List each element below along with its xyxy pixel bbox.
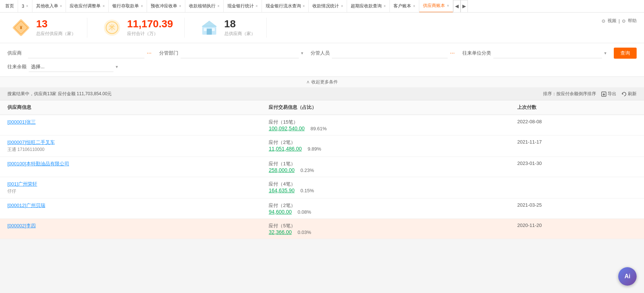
supplier-label: 供应商 — [7, 50, 26, 56]
nav-tab-3[interactable]: 3 × — [18, 0, 32, 13]
nav-tab-cash-bank-stats[interactable]: 现金银行统计 × — [224, 0, 262, 13]
supplier-input[interactable] — [28, 48, 144, 58]
supplier-link[interactable]: [000100]本特勤油品有限公司 — [7, 161, 69, 166]
search-button[interactable]: 查询 — [614, 48, 637, 59]
category-dropdown-icon[interactable]: ▾ — [604, 51, 606, 56]
last-pay-date: 2021-11-17 — [510, 135, 644, 157]
filter-row-2: 往来余额 选择... ▾ — [7, 62, 637, 72]
payable-count: （4笔） — [278, 181, 295, 187]
close-icon[interactable]: × — [341, 4, 343, 8]
payable-count: （2笔） — [278, 203, 295, 208]
dept-dropdown-icon[interactable]: ▾ — [301, 51, 303, 56]
nav-tab-prepayment[interactable]: 预收冲应收单 × — [147, 0, 185, 13]
result-summary: 搜索结果中，供应商13家 应付金额 111,703,854.00元 — [7, 91, 112, 97]
close-icon[interactable]: × — [141, 4, 143, 8]
payable-count: （5笔） — [278, 223, 295, 228]
close-icon[interactable]: × — [303, 4, 305, 8]
payable-percent: 89.61% — [311, 126, 327, 131]
payable-amount-label: 应付合计（万） — [127, 31, 173, 37]
payable-label: 应付 — [269, 223, 278, 228]
total-suppliers-count: 18 — [224, 18, 255, 30]
nav-tab-cash-bank-flow[interactable]: 现金银行流水查询 × — [262, 0, 309, 13]
payable-cell: 应付（4笔）164,635.900.15% — [261, 177, 510, 199]
payable-cell: 应付（1笔）258,000.000.23% — [261, 157, 510, 177]
supplier-link[interactable]: [000012]广州贝瑞 — [7, 203, 45, 208]
supplier-link[interactable]: [000002]李四 — [7, 223, 36, 228]
payable-cell: 应付（2笔）94,600.000.08% — [261, 199, 510, 219]
payable-percent: 0.08% — [298, 209, 311, 215]
payable-count: （1笔） — [278, 161, 295, 166]
payable-amount[interactable]: 258,000.00 — [269, 167, 294, 173]
nav-tab-collection[interactable]: 收款核销执行 × — [185, 0, 224, 13]
dept-input[interactable] — [181, 48, 299, 58]
supplier-dots-icon[interactable]: ··· — [147, 50, 151, 56]
supplier-cell: [000001]张三 — [0, 115, 261, 135]
payable-label: 应付 — [269, 203, 278, 208]
nav-next-button[interactable]: ▶ — [461, 0, 468, 13]
nav-tab-supplier-account[interactable]: 供应商账本 × — [419, 0, 453, 13]
filter-dept: 分管部门 ▾ — [159, 48, 304, 58]
last-pay-date: 2022-08-08 — [510, 115, 644, 135]
payable-label: 应付 — [269, 181, 278, 187]
table-row: [000002]李四应付（5笔）32,366.000.03%2020-11-20 — [0, 219, 644, 239]
table-row: [000012]广州贝瑞应付（2笔）94,600.000.08%2021-03-… — [0, 199, 644, 219]
sort-label[interactable]: 排序：按应付余额倒序排序 — [543, 91, 596, 97]
supplier-sub: 王通 17106110000 — [7, 146, 254, 153]
refresh-button[interactable]: 刷新 — [622, 91, 637, 97]
close-icon[interactable]: × — [384, 4, 386, 8]
nav-tab-overdue-query[interactable]: 超期应收款查询 × — [347, 0, 390, 13]
supplier-link[interactable]: [001]广州荣轩 — [7, 181, 37, 187]
close-icon[interactable]: × — [447, 4, 449, 8]
close-icon[interactable]: × — [26, 4, 28, 8]
nav-tab-collection-stats[interactable]: 收款情况统计 × — [309, 0, 347, 13]
close-icon[interactable]: × — [413, 4, 415, 8]
help-link[interactable]: 帮助 — [628, 18, 637, 24]
category-input[interactable] — [493, 48, 602, 58]
last-pay-date: 2021-03-25 — [510, 199, 644, 219]
close-icon[interactable]: × — [217, 4, 220, 8]
person-dots-icon[interactable]: ··· — [450, 50, 455, 56]
table-row: [000100]本特勤油品有限公司应付（1笔）258,000.000.23%20… — [0, 157, 644, 177]
payable-percent: 9.89% — [308, 146, 321, 152]
table-row: [000007]恒旺二手叉车王通 17106110000应付（2笔）11,051… — [0, 135, 644, 157]
supplier-cell: [000002]李四 — [0, 219, 261, 239]
nav-tab-bank-deposit[interactable]: 银行存取款单 × — [109, 0, 147, 13]
nav-tab-ar-adjustment[interactable]: 应收应付调整单 × — [66, 0, 109, 13]
close-icon[interactable]: × — [60, 4, 62, 8]
payable-amount[interactable]: 94,600.00 — [269, 209, 291, 215]
supplier-link[interactable]: [000001]张三 — [7, 119, 36, 125]
payable-suppliers-count: 13 — [36, 18, 76, 30]
balance-label: 往来余额 — [7, 63, 27, 70]
result-bar: 搜索结果中，供应商13家 应付金额 111,703,854.00元 排序：按应付… — [0, 88, 644, 100]
close-icon[interactable]: × — [102, 4, 105, 8]
payable-amount[interactable]: 100,092,540.00 — [269, 125, 304, 131]
close-icon[interactable]: × — [179, 4, 181, 8]
filter-row-1: 供应商 ··· 分管部门 ▾ 分管人员 ··· 往来单位分类 ▾ 查询 — [7, 48, 637, 59]
payable-cell: 应付（5笔）32,366.000.03% — [261, 219, 510, 239]
balance-select[interactable]: 选择... — [29, 62, 113, 72]
nav-tab-other-income[interactable]: 其他收入单 × — [32, 0, 66, 13]
person-input[interactable] — [332, 48, 448, 58]
payable-amount[interactable]: 11,051,486.00 — [269, 146, 302, 152]
table-container: 供应商信息 应付交易信息（占比） 上次付数 [000001]张三应付（15笔）1… — [0, 100, 644, 239]
export-button[interactable]: 导出 — [601, 91, 616, 97]
collapse-bar[interactable]: ∧ 收起更多条件 — [0, 77, 644, 88]
payable-amount[interactable]: 32,366.00 — [269, 229, 291, 235]
payable-label: 应付 — [269, 119, 278, 125]
supplier-cell: [000100]本特勤油品有限公司 — [0, 157, 261, 177]
supplier-cell: [001]广州荣轩仔仔 — [0, 177, 261, 199]
grain-icon: 米 — [102, 18, 122, 38]
nav-tab-home[interactable]: 首页 — [1, 0, 18, 13]
supplier-link[interactable]: [000007]恒旺二手叉车 — [7, 139, 55, 145]
video-link[interactable]: 视频 — [608, 18, 616, 24]
balance-dropdown-icon[interactable]: ▾ — [116, 64, 118, 69]
close-icon[interactable]: × — [256, 4, 258, 8]
top-links: ⊙ 视频 | ⊙ 帮助 — [602, 18, 637, 24]
nav-prev-button[interactable]: ◀ — [453, 0, 461, 13]
store-icon — [199, 18, 219, 38]
circle-icon: ⊙ — [602, 18, 605, 24]
svg-text:¥: ¥ — [20, 25, 22, 30]
payable-amount[interactable]: 164,635.90 — [269, 187, 294, 193]
nav-tab-customer-account[interactable]: 客户账本 × — [390, 0, 419, 13]
supplier-cell: [000007]恒旺二手叉车王通 17106110000 — [0, 135, 261, 157]
